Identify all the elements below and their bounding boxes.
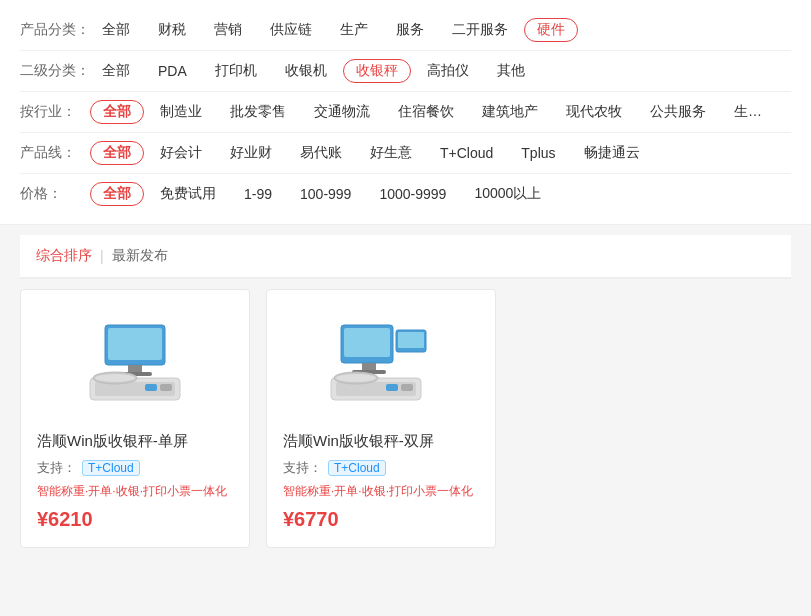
ind-public[interactable]: 公共服务 xyxy=(638,101,718,123)
support-badge-1: T+Cloud xyxy=(82,460,140,476)
cat-service[interactable]: 服务 xyxy=(384,19,436,41)
product-support-2: 支持： T+Cloud xyxy=(283,459,479,477)
sub-cashier[interactable]: 收银机 xyxy=(273,60,339,82)
ind-more[interactable]: 生… xyxy=(722,101,774,123)
sort-bar: 综合排序 | 最新发布 xyxy=(20,235,791,279)
filter-section: 产品分类： 全部 财税 营销 供应链 生产 服务 二开服务 硬件 二级分类： 全… xyxy=(0,0,811,225)
support-text-2: 支持： xyxy=(283,459,322,477)
pl-cjty[interactable]: 畅捷通云 xyxy=(572,142,652,164)
svg-rect-11 xyxy=(344,328,390,357)
svg-point-7 xyxy=(95,374,135,382)
category-items: 全部 财税 营销 供应链 生产 服务 二开服务 硬件 xyxy=(90,18,582,42)
product-card-1[interactable]: 浩顺Win版收银秤-单屏 支持： T+Cloud 智能称重·开单·收银·打印小票… xyxy=(20,289,250,548)
category-label: 产品分类： xyxy=(20,21,90,39)
price-all[interactable]: 全部 xyxy=(90,182,144,206)
subcategory-filter-row: 二级分类： 全部 PDA 打印机 收银机 收银秤 高拍仪 其他 xyxy=(20,51,791,92)
industry-items: 全部 制造业 批发零售 交通物流 住宿餐饮 建筑地产 现代农牧 公共服务 生… xyxy=(90,100,778,124)
cat-all[interactable]: 全部 xyxy=(90,19,142,41)
support-badge-2: T+Cloud xyxy=(328,460,386,476)
ind-transport[interactable]: 交通物流 xyxy=(302,101,382,123)
svg-rect-20 xyxy=(386,384,398,391)
pl-ledger[interactable]: 易代账 xyxy=(288,142,354,164)
sort-divider: | xyxy=(100,248,104,264)
product-image-area-1 xyxy=(37,310,233,420)
svg-rect-13 xyxy=(398,332,424,348)
sort-newest[interactable]: 最新发布 xyxy=(112,243,168,269)
pl-tcloud[interactable]: T+Cloud xyxy=(428,143,505,163)
cat-open[interactable]: 二开服务 xyxy=(440,19,520,41)
product-image-2 xyxy=(326,320,436,410)
ind-all[interactable]: 全部 xyxy=(90,100,144,124)
price-100-999[interactable]: 100-999 xyxy=(288,184,363,204)
sub-highcam[interactable]: 高拍仪 xyxy=(415,60,481,82)
ind-hotel[interactable]: 住宿餐饮 xyxy=(386,101,466,123)
product-name-2: 浩顺Win版收银秤-双屏 xyxy=(283,432,479,451)
cat-supply[interactable]: 供应链 xyxy=(258,19,324,41)
products-grid: 浩顺Win版收银秤-单屏 支持： T+Cloud 智能称重·开单·收银·打印小票… xyxy=(20,289,791,548)
price-1000-9999[interactable]: 1000-9999 xyxy=(367,184,458,204)
cat-marketing[interactable]: 营销 xyxy=(202,19,254,41)
subcategory-items: 全部 PDA 打印机 收银机 收银秤 高拍仪 其他 xyxy=(90,59,541,83)
svg-rect-21 xyxy=(401,384,413,391)
pl-all[interactable]: 全部 xyxy=(90,141,144,165)
price-items: 全部 免费试用 1-99 100-999 1000-9999 10000以上 xyxy=(90,182,557,206)
svg-rect-9 xyxy=(160,384,172,391)
price-filter-row: 价格： 全部 免费试用 1-99 100-999 1000-9999 10000… xyxy=(20,174,791,214)
subcategory-label: 二级分类： xyxy=(20,62,90,80)
category-filter-row: 产品分类： 全部 财税 营销 供应链 生产 服务 二开服务 硬件 xyxy=(20,10,791,51)
pl-accounting[interactable]: 好会计 xyxy=(148,142,214,164)
industry-filter-row: 按行业： 全部 制造业 批发零售 交通物流 住宿餐饮 建筑地产 现代农牧 公共服… xyxy=(20,92,791,133)
sub-printer[interactable]: 打印机 xyxy=(203,60,269,82)
ind-wholesale[interactable]: 批发零售 xyxy=(218,101,298,123)
price-10000plus[interactable]: 10000以上 xyxy=(462,183,553,205)
cat-production[interactable]: 生产 xyxy=(328,19,380,41)
ind-agriculture[interactable]: 现代农牧 xyxy=(554,101,634,123)
price-free[interactable]: 免费试用 xyxy=(148,183,228,205)
sort-comprehensive[interactable]: 综合排序 xyxy=(36,243,92,269)
price-1-99[interactable]: 1-99 xyxy=(232,184,284,204)
pl-tplus[interactable]: Tplus xyxy=(509,143,567,163)
product-price-1: ¥6210 xyxy=(37,508,233,531)
support-text-1: 支持： xyxy=(37,459,76,477)
ind-construction[interactable]: 建筑地产 xyxy=(470,101,550,123)
productline-items: 全部 好会计 好业财 易代账 好生意 T+Cloud Tplus 畅捷通云 xyxy=(90,141,656,165)
sub-scale[interactable]: 收银秤 xyxy=(343,59,411,83)
sub-other[interactable]: 其他 xyxy=(485,60,537,82)
cat-tax[interactable]: 财税 xyxy=(146,19,198,41)
sub-all[interactable]: 全部 xyxy=(90,60,142,82)
product-name-1: 浩顺Win版收银秤-单屏 xyxy=(37,432,233,451)
pl-finance[interactable]: 好业财 xyxy=(218,142,284,164)
productline-label: 产品线： xyxy=(20,144,90,162)
industry-label: 按行业： xyxy=(20,103,90,121)
product-image-area-2 xyxy=(283,310,479,420)
ind-manufacturing[interactable]: 制造业 xyxy=(148,101,214,123)
svg-point-19 xyxy=(336,374,376,382)
svg-rect-2 xyxy=(128,365,142,373)
product-desc-1: 智能称重·开单·收银·打印小票一体化 xyxy=(37,483,233,500)
cat-hardware[interactable]: 硬件 xyxy=(524,18,578,42)
product-image-1 xyxy=(80,320,190,410)
price-label: 价格： xyxy=(20,185,90,203)
product-desc-2: 智能称重·开单·收银·打印小票一体化 xyxy=(283,483,479,500)
product-support-1: 支持： T+Cloud xyxy=(37,459,233,477)
productline-filter-row: 产品线： 全部 好会计 好业财 易代账 好生意 T+Cloud Tplus 畅捷… xyxy=(20,133,791,174)
product-card-2[interactable]: 浩顺Win版收银秤-双屏 支持： T+Cloud 智能称重·开单·收银·打印小票… xyxy=(266,289,496,548)
product-price-2: ¥6770 xyxy=(283,508,479,531)
pl-business[interactable]: 好生意 xyxy=(358,142,424,164)
svg-rect-8 xyxy=(145,384,157,391)
svg-rect-1 xyxy=(108,328,162,360)
svg-rect-14 xyxy=(362,363,376,371)
sub-pda[interactable]: PDA xyxy=(146,61,199,81)
